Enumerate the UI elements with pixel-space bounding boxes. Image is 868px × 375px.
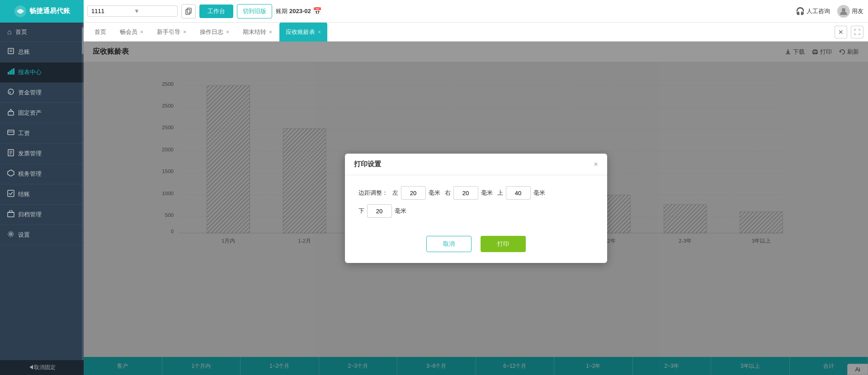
consult-area[interactable]: 🎧 人工咨询 xyxy=(796,7,830,15)
left-unit: 毫米 xyxy=(429,189,440,197)
sidebar-item-tax[interactable]: 税务管理 xyxy=(0,164,84,184)
tabs-bar: 首页 畅会员 × 新手引导 × 操作日志 × 期末结转 × 应收账龄表 × xyxy=(84,23,868,42)
svg-rect-7 xyxy=(8,72,9,75)
company-selector[interactable]: 1111 ▼ xyxy=(87,5,178,17)
right-margin-input[interactable] xyxy=(453,186,478,200)
svg-rect-9 xyxy=(11,69,13,75)
sidebar-item-ledger[interactable]: 总账 xyxy=(0,42,84,62)
svg-text:¥: ¥ xyxy=(9,90,11,94)
top-margin-input[interactable] xyxy=(506,186,531,200)
dialog-close-button[interactable]: × xyxy=(594,160,598,169)
bottom-unit: 毫米 xyxy=(395,207,406,215)
svg-rect-13 xyxy=(8,112,14,115)
tab-oplog[interactable]: 操作日志 × xyxy=(193,23,236,42)
sidebar-item-settings[interactable]: 设置 xyxy=(0,225,84,245)
tab-period-end-close[interactable]: × xyxy=(269,29,272,35)
modal-overlay: 打印设置 × 边距调整： 左 毫米 右 xyxy=(84,42,868,375)
switch-version-button[interactable]: 切到旧版 xyxy=(237,4,272,19)
tab-ar-aging[interactable]: 应收账龄表 × xyxy=(279,23,327,42)
dialog-footer: 取消 打印 xyxy=(345,229,607,263)
sidebar-collapse-button[interactable]: ◀取消固定 xyxy=(0,360,84,375)
dialog-title: 打印设置 xyxy=(354,160,381,169)
right-prefix: 右 xyxy=(445,189,451,197)
home-icon: ⌂ xyxy=(7,28,12,36)
close-tab-button[interactable]: ✕ xyxy=(835,26,847,38)
left-margin-group: 左 毫米 xyxy=(392,186,440,200)
copy-button[interactable] xyxy=(181,4,196,19)
page-content: 应收账龄表 下载 打印 刷新 xyxy=(84,42,868,375)
closing-icon xyxy=(7,190,14,199)
margin-label: 边距调整： xyxy=(359,189,388,197)
sidebar-item-fixed[interactable]: 固定资产 xyxy=(0,103,84,123)
tab-oplog-close[interactable]: × xyxy=(226,29,229,35)
svg-marker-20 xyxy=(8,170,14,176)
svg-rect-8 xyxy=(9,70,11,75)
avatar xyxy=(837,5,850,18)
invoice-icon xyxy=(7,149,14,158)
bottom-margin-group: 下 毫米 xyxy=(359,204,406,218)
tab-home[interactable]: 首页 xyxy=(88,23,113,42)
headphone-icon: 🎧 xyxy=(796,7,805,15)
svg-rect-4 xyxy=(8,48,14,54)
top-prefix: 上 xyxy=(497,189,503,197)
bottom-prefix: 下 xyxy=(359,207,364,215)
top-unit: 毫米 xyxy=(533,189,545,197)
tax-icon xyxy=(7,169,14,178)
tab-period-end[interactable]: 期末结转 × xyxy=(236,23,278,42)
reports-icon xyxy=(7,68,14,77)
sidebar-item-invoice[interactable]: 发票管理 xyxy=(0,144,84,164)
top-margin-group: 上 毫米 xyxy=(497,186,545,200)
payroll-icon xyxy=(7,129,14,138)
cancel-button[interactable]: 取消 xyxy=(426,236,472,252)
sidebar-item-payroll[interactable]: 工资 xyxy=(0,123,84,144)
ledger-icon xyxy=(7,47,14,56)
tab-member[interactable]: 畅会员 × xyxy=(113,23,150,42)
logo: 畅捷通易代账 xyxy=(0,0,84,23)
confirm-print-button[interactable]: 打印 xyxy=(481,236,526,252)
svg-rect-22 xyxy=(8,212,14,217)
funds-icon: ¥ xyxy=(7,88,14,97)
tab-guide[interactable]: 新手引导 × xyxy=(151,23,193,42)
sidebar: ⌂ 首页 总账 报表中心 ¥ 资金管理 xyxy=(0,23,84,375)
margin-settings-row: 边距调整： 左 毫米 右 毫米 xyxy=(359,186,594,218)
sidebar-item-closing[interactable]: 结账 xyxy=(0,184,84,205)
tab-ar-aging-close[interactable]: × xyxy=(318,29,321,35)
sidebar-item-reports[interactable]: 报表中心 xyxy=(0,62,84,83)
bottom-margin-input[interactable] xyxy=(367,204,392,218)
fixed-assets-icon xyxy=(7,108,14,117)
user-area[interactable]: 用友 xyxy=(837,5,863,18)
archive-icon xyxy=(7,210,14,219)
left-prefix: 左 xyxy=(392,189,398,197)
sidebar-item-home[interactable]: ⌂ 首页 xyxy=(0,23,84,42)
sidebar-item-archive[interactable]: 归档管理 xyxy=(0,205,84,225)
tab-member-close[interactable]: × xyxy=(140,29,143,35)
svg-rect-14 xyxy=(8,130,14,135)
period-area: 账期 2023-02 📅 xyxy=(276,7,322,15)
dialog-header: 打印设置 × xyxy=(345,154,607,175)
svg-rect-1 xyxy=(186,9,190,14)
right-margin-group: 右 毫米 xyxy=(445,186,493,200)
chevron-down-icon: ▼ xyxy=(134,8,174,14)
svg-rect-10 xyxy=(13,68,14,75)
workbench-button[interactable]: 工作台 xyxy=(199,5,233,18)
sidebar-item-funds[interactable]: ¥ 资金管理 xyxy=(0,83,84,103)
calendar-icon[interactable]: 📅 xyxy=(313,7,322,15)
print-settings-dialog: 打印设置 × 边距调整： 左 毫米 右 xyxy=(345,154,607,263)
left-margin-input[interactable] xyxy=(401,186,426,200)
svg-point-3 xyxy=(842,8,845,12)
svg-rect-2 xyxy=(187,8,191,13)
svg-point-25 xyxy=(10,233,12,235)
company-name: 1111 xyxy=(91,8,131,14)
maximize-tab-button[interactable]: ⛶ xyxy=(851,26,863,38)
right-unit: 毫米 xyxy=(481,189,493,197)
svg-rect-21 xyxy=(8,190,14,197)
dialog-body: 边距调整： 左 毫米 右 毫米 xyxy=(345,175,607,229)
tab-guide-close[interactable]: × xyxy=(183,29,186,35)
settings-icon xyxy=(7,230,14,239)
